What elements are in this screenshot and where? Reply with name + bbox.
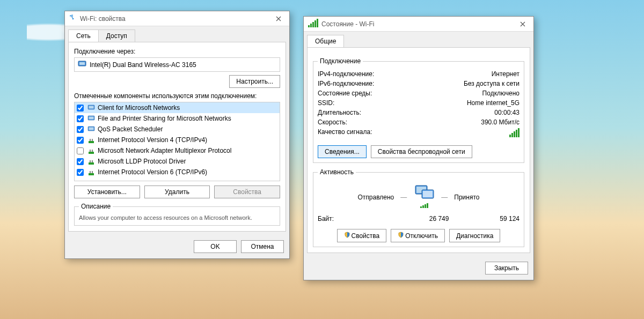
list-item[interactable]: Internet Protocol Version 6 (TCP/IPv6) [75,167,280,177]
ok-button[interactable]: OK [194,240,237,253]
description-group: Описание Allows your computer to access … [74,203,280,226]
svg-rect-18 [89,173,94,175]
svg-rect-4 [89,106,94,109]
monitor-icon [413,184,435,210]
ipv6-value: Без доступа к сети [464,80,519,87]
svg-rect-9 [89,141,94,143]
disable-button[interactable]: Отключить [391,229,445,242]
cancel-button[interactable]: Отмена [241,240,284,253]
list-item[interactable]: Internet Protocol Version 4 (TCP/IPv4) [75,135,280,145]
protocol-icon [87,146,96,155]
component-checkbox[interactable] [77,126,84,133]
network-adapter-icon [78,60,90,69]
network-monitor-icon [87,114,96,123]
component-checkbox[interactable] [77,147,84,154]
list-item[interactable]: Client for Microsoft Networks [75,102,280,113]
wireless-properties-button[interactable]: Свойства беспроводной сети [371,145,472,158]
protocol-icon [87,168,96,176]
titlebar: Wi-Fi: свойства [65,11,289,26]
close-button[interactable] [516,19,529,29]
component-checkbox[interactable] [77,169,84,176]
duration-value: 00:00:43 [494,109,519,116]
svg-rect-13 [90,150,91,152]
adapter-name: Intel(R) Dual Band Wireless-AC 3165 [90,61,196,69]
connection-group: Подключение IPv4-подключение:Интернет IP… [313,57,524,163]
svg-rect-19 [90,171,91,173]
component-checkbox[interactable] [77,115,84,122]
component-checkbox[interactable] [77,137,84,144]
tabs: Общие [304,32,533,47]
component-label: Internet Protocol Version 4 (TCP/IPv4) [98,136,207,144]
component-label: File and Printer Sharing for Microsoft N… [98,115,231,122]
svg-rect-16 [90,160,91,162]
ipv4-value: Интернет [492,70,519,78]
bytes-label: Байт: [318,215,389,222]
component-label: Internet Protocol Version 6 (TCP/IPv6) [98,168,207,176]
shield-icon [398,232,404,238]
component-label: QoS Packet Scheduler [98,125,163,133]
signal-icon [308,19,318,29]
svg-rect-20 [92,171,93,173]
ssid-label: SSID: [318,99,467,107]
wifi-icon [69,14,77,23]
close-button[interactable] [272,13,285,24]
properties-button[interactable]: Свойства [337,229,387,242]
diagnose-button[interactable]: Диагностика [449,229,501,242]
dialog-buttons: Закрыть [304,256,533,280]
window-title: Wi-Fi: свойства [80,15,272,23]
window-title: Состояние - Wi-Fi [321,20,516,28]
properties-button[interactable]: Свойства [214,186,280,198]
shield-icon [344,232,350,238]
bytes-sent-value: 26 749 [389,215,449,222]
svg-rect-10 [90,139,91,141]
details-button[interactable]: Сведения... [318,145,367,158]
speed-label: Скорость: [318,118,481,126]
ipv4-label: IPv4-подключение: [318,70,492,78]
signal-quality-label: Качество сигнала: [318,128,509,139]
list-item[interactable]: Microsoft Network Adapter Multiplexor Pr… [75,145,280,156]
component-label: Microsoft Network Adapter Multiplexor Pr… [98,147,231,154]
component-checkbox[interactable] [77,105,84,112]
svg-rect-8 [89,128,94,130]
list-item[interactable]: QoS Packet Scheduler [75,124,280,135]
description-text: Allows your computer to access resources… [79,214,275,221]
tab-sharing[interactable]: Доступ [98,29,135,42]
close-dialog-button[interactable]: Закрыть [485,262,528,275]
list-item[interactable]: Microsoft LLDP Protocol Driver [75,156,280,167]
activity-group: Активность Отправлено — — Принято Байт: … [313,168,524,247]
svg-rect-12 [89,152,94,154]
dialog-buttons: OK Отмена [65,235,289,258]
signal-quality-icon [509,128,519,139]
bytes-recv-value: 59 124 [449,215,519,222]
components-listbox[interactable]: Client for Microsoft NetworksFile and Pr… [74,102,280,181]
uninstall-button[interactable]: Удалить [144,186,210,198]
tab-network[interactable]: Сеть [68,29,99,42]
description-legend: Описание [79,203,113,210]
svg-rect-14 [92,150,93,152]
list-item[interactable]: File and Printer Sharing for Microsoft N… [75,113,280,124]
connect-via-label: Подключение через: [74,48,280,55]
svg-rect-2 [79,62,85,65]
svg-point-0 [72,18,74,19]
install-button[interactable]: Установить... [74,186,140,198]
ssid-value: Home internet_5G [467,99,519,107]
media-state-label: Состояние среды: [318,90,482,97]
component-label: Client for Microsoft Networks [98,104,180,112]
tab-general[interactable]: Общие [307,35,344,47]
component-label: Microsoft LLDP Protocol Driver [98,158,186,165]
tab-panel: Подключение через: Intel(R) Dual Band Wi… [68,42,286,232]
duration-label: Длительность: [318,109,494,116]
protocol-icon [87,157,96,166]
wifi-status-window: Состояние - Wi-Fi Общие Подключение IPv4… [303,16,534,280]
wifi-properties-window: Wi-Fi: свойства Сеть Доступ Подключение … [64,11,290,259]
speed-value: 390.0 Мбит/с [481,118,519,126]
component-checkbox[interactable] [77,158,84,165]
tab-panel: Подключение IPv4-подключение:Интернет IP… [307,47,530,253]
configure-button[interactable]: Настроить... [229,75,280,88]
connection-legend: Подключение [318,57,363,65]
svg-rect-6 [89,117,94,120]
adapter-box[interactable]: Intel(R) Dual Band Wireless-AC 3165 [74,57,280,72]
activity-visualization: Отправлено — — Принято [318,184,519,210]
svg-rect-17 [92,160,93,162]
protocol-icon [87,136,96,144]
